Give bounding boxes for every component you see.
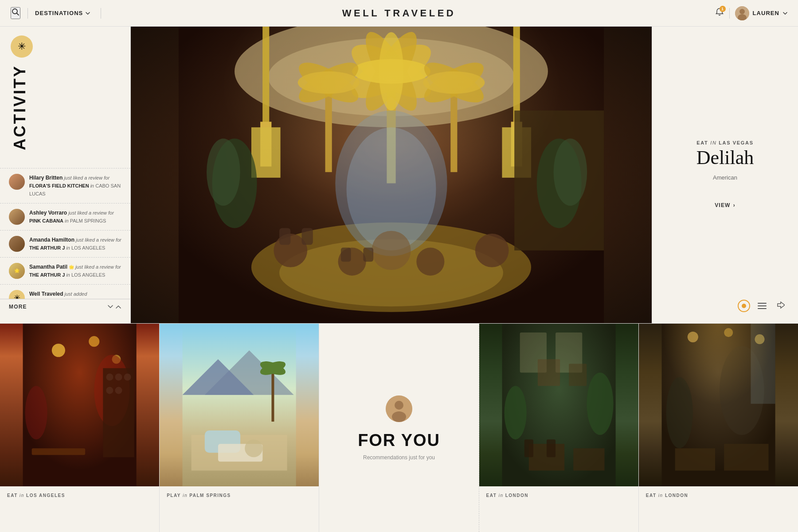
card1-scene-svg	[0, 324, 159, 486]
card5-in: in	[658, 493, 665, 498]
panel-cuisine: American	[713, 174, 737, 181]
for-you-heading: FOR YOU	[358, 431, 440, 450]
panel-city-label: LAS VEGAS	[719, 140, 753, 145]
site-logo: WELL TRAVELED	[342, 8, 456, 19]
bottom-card-2[interactable]: PLAY in PALM SPRINGS	[160, 324, 319, 532]
search-button[interactable]	[11, 7, 20, 19]
favorite-dot-icon	[742, 304, 746, 308]
feed-user-5: Well Traveled	[29, 291, 63, 297]
svg-point-61	[115, 373, 122, 380]
feed-user-2: Ashley Vorraro	[29, 210, 67, 216]
avatar-ashley-vorraro	[9, 209, 25, 225]
card4-eat: EAT	[486, 493, 497, 498]
svg-rect-83	[528, 444, 564, 470]
chevron-up-icon[interactable]	[115, 304, 121, 310]
for-you-avatar-image	[386, 395, 412, 422]
user-menu[interactable]: LAUREN	[735, 6, 787, 20]
feed-text-1: Hilary Britten just liked a review for F…	[29, 174, 123, 198]
svg-rect-68	[272, 368, 274, 422]
feed-place-3: THE ARTHUR J	[29, 245, 65, 250]
svg-point-74	[245, 439, 262, 457]
svg-point-82	[587, 372, 613, 435]
card2-city: PALM SPRINGS	[189, 493, 231, 498]
bottom-card-5-label: EAT in LONDON	[639, 486, 798, 503]
svg-marker-51	[778, 302, 785, 308]
feed-user-4: Samantha Patil	[29, 264, 67, 270]
card1-in: in	[20, 493, 26, 498]
feed-place-1: FLORA'S FIELD KITCHEN	[29, 183, 89, 188]
for-you-avatar	[386, 395, 412, 422]
feed-place-2: PINK CABANA	[29, 218, 63, 223]
view-button[interactable]: VIEW ›	[715, 199, 735, 212]
bottom-card-4-label: EAT in LONDON	[479, 486, 638, 503]
svg-point-64	[115, 387, 122, 394]
bottom-card-1-label: EAT in LOS ANGELES	[0, 486, 159, 503]
feed-item-4[interactable]: 🌟 Samantha Patil 🌟 just liked a review f…	[0, 257, 130, 284]
feed-action-4: just liked a review for	[75, 264, 121, 270]
restaurant-scene-svg	[131, 27, 652, 323]
bottom-card-5[interactable]: EAT in LONDON	[639, 324, 798, 532]
svg-rect-49	[758, 305, 767, 306]
feed-location-4: LOS ANGELES	[71, 272, 105, 278]
notifications-button[interactable]: 1	[715, 8, 724, 19]
feed-in-2: in	[65, 218, 70, 223]
sidebar-logo: ✳	[11, 35, 33, 58]
bottom-card-1[interactable]: EAT in LOS ANGELES	[0, 324, 160, 532]
feed-user-3: Amanda Hamilton	[29, 237, 74, 243]
header-left: DESTINATIONS	[11, 7, 101, 19]
panel-eat-label: EAT	[696, 140, 708, 145]
card2-in: in	[183, 493, 189, 498]
svg-point-63	[106, 387, 113, 394]
svg-rect-98	[661, 324, 775, 486]
feed-text-3: Amanda Hamilton just liked a review for …	[29, 236, 121, 252]
feed-item-5[interactable]: ✳ Well Traveled just added 19 CLEVELAND …	[0, 284, 130, 299]
view-label: VIEW	[715, 202, 730, 208]
more-button[interactable]: MORE	[9, 304, 27, 310]
svg-point-77	[392, 411, 406, 422]
svg-point-54	[89, 336, 99, 347]
for-you-description: Recommendations just for you	[363, 454, 435, 461]
card5-eat: EAT	[646, 493, 657, 498]
main-image-area	[131, 27, 652, 323]
bottom-card-2-image	[160, 324, 319, 486]
avatar-samantha-patil: 🌟	[9, 263, 25, 279]
user-menu-chevron-icon	[783, 12, 787, 15]
feed-item-1[interactable]: Hilary Britten just liked a review for F…	[0, 168, 130, 203]
card4-scene-svg	[479, 324, 638, 486]
destinations-chevron-icon	[86, 12, 90, 15]
feed-in-4: in	[66, 272, 71, 278]
share-icon-button[interactable]	[774, 299, 787, 313]
feed-action-2: just liked a review for	[68, 210, 114, 215]
header-divider-1	[27, 8, 28, 19]
svg-point-76	[395, 401, 403, 410]
right-panel: EAT in LAS VEGAS Delilah American VIEW ›	[652, 27, 798, 323]
restaurant-image	[131, 27, 652, 323]
feed-item-2[interactable]: Ashley Vorraro just liked a review for P…	[0, 203, 130, 230]
svg-rect-47	[179, 27, 604, 323]
card1-city: LOS ANGELES	[26, 493, 65, 498]
feed-location-3: LOS ANGELES	[71, 245, 105, 250]
chevron-down-icon[interactable]	[107, 304, 113, 310]
list-icon-button[interactable]	[755, 299, 769, 313]
svg-rect-48	[758, 303, 767, 304]
activity-heading: ACTIVITY	[11, 65, 130, 150]
svg-rect-84	[573, 448, 604, 470]
avatar-image	[735, 6, 749, 20]
bottom-card-4-image	[479, 324, 638, 486]
feed-action-5: just added	[64, 291, 87, 297]
favorite-icon-button[interactable]	[738, 300, 750, 312]
svg-line-1	[17, 13, 19, 16]
feed-item-3[interactable]: Amanda Hamilton just liked a review for …	[0, 230, 130, 257]
destinations-nav[interactable]: DESTINATIONS	[35, 10, 90, 16]
panel-restaurant-name: Delilah	[696, 146, 754, 169]
bottom-card-for-you[interactable]: FOR YOU Recommendations just for you	[319, 324, 479, 532]
user-name-label: LAUREN	[753, 10, 779, 16]
bottom-card-2-label: PLAY in PALM SPRINGS	[160, 486, 319, 503]
bottom-card-4[interactable]: EAT in LONDON	[479, 324, 639, 532]
feed-location-2: PALM SPRINGS	[70, 218, 106, 223]
feed-action-1: just liked a review for	[64, 175, 110, 180]
svg-rect-87	[538, 359, 560, 386]
header-divider-2	[101, 8, 101, 19]
svg-rect-59	[103, 368, 134, 457]
well-traveled-icon: ✳	[18, 41, 26, 52]
